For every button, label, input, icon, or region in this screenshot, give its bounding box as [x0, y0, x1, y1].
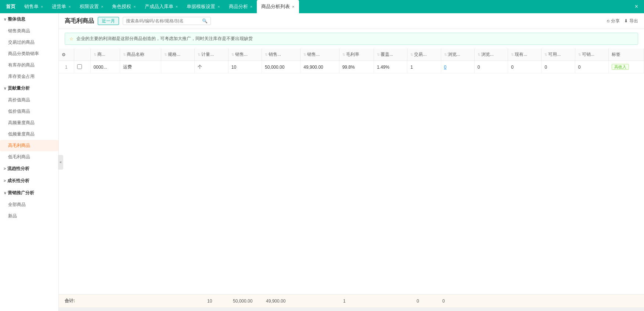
footer-values: 10 50,000.00 49,900.00 1 0 0: [82, 299, 468, 304]
sidebar-item-high-freq[interactable]: 高频量度商品: [0, 117, 58, 129]
nav-item-purchase[interactable]: 进货单×: [47, 0, 75, 13]
sort-icon-available: ⇅: [544, 53, 547, 57]
sidebar-item-sales-goods[interactable]: 销售类商品: [0, 25, 58, 37]
nav-label-purchase: 进货单: [52, 3, 66, 10]
nav-item-product-in[interactable]: 产成品入库单×: [140, 0, 182, 13]
sort-icon-views2: ⇅: [478, 53, 481, 57]
sidebar-group-marketing[interactable]: ∨营销推广分析: [0, 187, 58, 199]
arrow-wealth: ∨: [4, 86, 6, 90]
filter-btn-近一月[interactable]: 近一月: [98, 17, 119, 25]
tag-badge: 高收入: [612, 64, 629, 70]
search-box[interactable]: 🔍: [123, 17, 211, 25]
cell-current-stock: 0: [508, 61, 542, 73]
sort-icon-views1: ⇅: [444, 53, 447, 57]
table-row[interactable]: 10000...运费个1050,000.0049,900.0099.8%1.49…: [59, 61, 644, 73]
col-header-sales-profit[interactable]: ⇅销售...: [301, 48, 339, 61]
sidebar-item-low-margin[interactable]: 低毛利商品: [0, 151, 58, 163]
col-header-sellable[interactable]: ⇅可销...: [575, 48, 608, 61]
sidebar-item-new-goods[interactable]: 新品: [0, 210, 58, 222]
nav-item-home[interactable]: 首页: [1, 0, 20, 13]
col-header-sales-amount[interactable]: ⇅销售...: [262, 48, 301, 61]
col-header-current-stock[interactable]: ⇅现有...: [508, 48, 542, 61]
col-header-unit[interactable]: ⇅计量...: [195, 48, 228, 61]
nav-item-product-analysis-list[interactable]: 商品分析列表×: [257, 0, 299, 13]
search-input[interactable]: [126, 18, 202, 23]
col-header-checkbox: [74, 48, 90, 61]
sidebar-item-inventory-capital[interactable]: 库存资金占用: [0, 71, 58, 82]
footer-empty9: [373, 299, 395, 304]
group-label-overall: 整体信息: [8, 16, 25, 22]
nav-label-home: 首页: [6, 3, 15, 10]
col-header-sales-qty[interactable]: ⇅销售...: [228, 48, 262, 61]
top-nav: 首页销售单×进货单×权限设置×角色授权×产成品入库单×单据模板设置×商品分析×商…: [0, 0, 644, 13]
row-checkbox[interactable]: [77, 64, 82, 69]
sort-icon-code: ⇅: [94, 53, 97, 57]
sidebar-item-traded-goods[interactable]: 交易过的商品: [0, 37, 58, 48]
nav-item-product-analysis[interactable]: 商品分析×: [224, 0, 257, 13]
col-header-spec[interactable]: ⇅规格...: [161, 48, 195, 61]
sidebar-wrapper: ∨整体信息销售类商品交易过的商品商品分类助销率有库存的商品库存资金占用∨贡献量分…: [0, 13, 59, 311]
nav-close-sales[interactable]: ×: [41, 4, 43, 9]
cell-checkbox[interactable]: [74, 61, 90, 73]
sidebar-collapse-button[interactable]: «: [58, 155, 63, 170]
col-header-views1[interactable]: ⇅浏览...: [441, 48, 474, 61]
footer-sales-amount: 50,000.00: [233, 299, 266, 304]
sidebar-group-wealth[interactable]: ∨贡献量分析: [0, 82, 58, 94]
close-window-button[interactable]: ×: [630, 3, 643, 10]
main-layout: ∨整体信息销售类商品交易过的商品商品分类助销率有库存的商品库存资金占用∨贡献量分…: [0, 13, 644, 311]
nav-item-sales[interactable]: 销售单×: [20, 0, 47, 13]
info-banner: ☆ 企业的主要的利润都是这部分商品创造的，可考虑加大推广，同时关注库存是不要出现…: [65, 33, 638, 45]
cell-spec: [161, 61, 195, 73]
nav-close-product-analysis-list[interactable]: ×: [292, 4, 294, 9]
header-actions: ⎋ 分享 ⬇ 导出: [607, 18, 638, 24]
footer-total: 合计: 10 50,000.00 49,900.00 1 0 0: [59, 294, 644, 307]
nav-item-role[interactable]: 角色授权×: [108, 0, 140, 13]
nav-item-template[interactable]: 单据模板设置×: [182, 0, 224, 13]
sidebar-group-trend[interactable]: >流趋性分析: [0, 163, 58, 175]
cell-available: 0: [542, 61, 575, 73]
nav-close-product-in[interactable]: ×: [176, 4, 178, 9]
footer-empty1: [82, 299, 93, 304]
footer-empty6: [185, 299, 207, 304]
nav-label-product-analysis: 商品分析: [229, 3, 248, 10]
col-header-coverage[interactable]: ⇅覆盖...: [374, 48, 407, 61]
col-header-transactions[interactable]: ⇅交易...: [407, 48, 441, 61]
sort-icon-spec: ⇅: [164, 53, 167, 57]
col-header-margin-rate[interactable]: ⇅毛利率: [339, 48, 374, 61]
share-button[interactable]: ⎋ 分享: [607, 18, 620, 24]
export-button[interactable]: ⬇ 导出: [624, 18, 638, 24]
sidebar-item-low-value[interactable]: 低价值商品: [0, 106, 58, 117]
sort-icon-name: ⇅: [123, 53, 126, 57]
bottom-scrollbar[interactable]: [59, 307, 644, 311]
export-label: 导出: [629, 18, 638, 24]
footer-current-stock: 0: [417, 299, 442, 304]
sidebar-item-high-value[interactable]: 高价值商品: [0, 94, 58, 106]
col-header-name[interactable]: ⇅商品名称: [120, 48, 161, 61]
nav-item-permission[interactable]: 权限设置×: [75, 0, 108, 13]
sort-icon-sales-qty: ⇅: [231, 53, 234, 57]
sidebar-item-low-freq[interactable]: 低频量度商品: [0, 129, 58, 140]
table-head: ⚙⇅商...⇅商品名称⇅规格...⇅计量...⇅销售...⇅销售...⇅销售..…: [59, 48, 644, 61]
data-table: ⚙⇅商...⇅商品名称⇅规格...⇅计量...⇅销售...⇅销售...⇅销售..…: [59, 48, 644, 73]
nav-close-permission[interactable]: ×: [101, 4, 103, 9]
nav-close-product-analysis[interactable]: ×: [250, 4, 252, 9]
footer-empty8: [321, 299, 343, 304]
sidebar-item-inventory-goods[interactable]: 有库存的商品: [0, 59, 58, 71]
nav-close-purchase[interactable]: ×: [68, 4, 71, 9]
col-header-code[interactable]: ⇅商...: [90, 48, 120, 61]
share-label: 分享: [611, 18, 620, 24]
nav-close-role[interactable]: ×: [133, 4, 136, 9]
col-header-available[interactable]: ⇅可用...: [542, 48, 575, 61]
arrow-marketing: ∨: [4, 191, 6, 195]
search-icon: 🔍: [202, 18, 208, 23]
arrow-overall: ∨: [4, 17, 6, 21]
sidebar-group-growth[interactable]: >成长性分析: [0, 175, 58, 187]
footer-available: 0: [442, 299, 468, 304]
sidebar-item-goods-rate[interactable]: 商品分类助销率: [0, 48, 58, 59]
sidebar-item-all-goods[interactable]: 全部商品: [0, 199, 58, 210]
sidebar-group-overall[interactable]: ∨整体信息: [0, 13, 58, 25]
nav-close-template[interactable]: ×: [217, 4, 220, 9]
group-label-trend: 流趋性分析: [7, 166, 29, 172]
sidebar-item-high-margin[interactable]: 高毛利商品: [0, 140, 58, 151]
col-header-views2[interactable]: ⇅浏览...: [474, 48, 508, 61]
